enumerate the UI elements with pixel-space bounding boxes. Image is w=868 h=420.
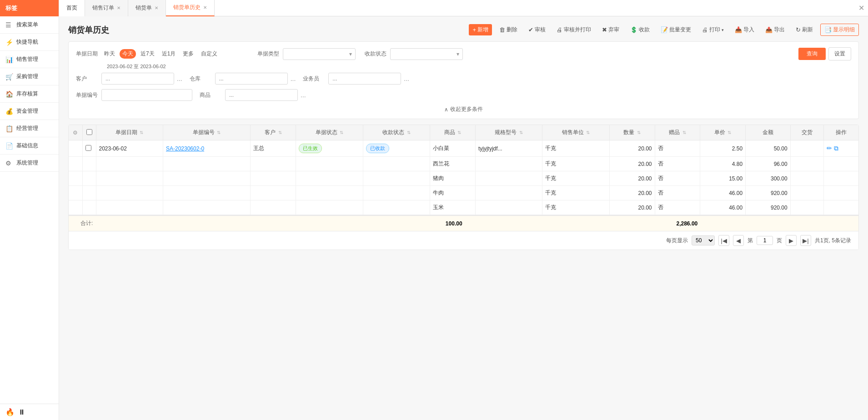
tab-sales-history[interactable]: 销货单历史 ✕ (166, 0, 215, 16)
row-spec (475, 171, 542, 186)
date-tab-1month[interactable]: 近1月 (159, 49, 179, 59)
doc-no-link[interactable]: SA-20230602-0 (166, 145, 204, 152)
row-checkbox-cell (82, 171, 96, 186)
date-tab-custom[interactable]: 自定义 (198, 49, 220, 59)
column-trade: 交货 (790, 125, 823, 140)
page-input[interactable] (757, 236, 773, 245)
print-button[interactable]: 🖨 打印 ▾ (698, 24, 728, 35)
row-docno[interactable]: SA-20230602-0 (163, 140, 251, 157)
filter-docno-field: 单据编号 (76, 89, 192, 101)
import-button[interactable]: 📥 导入 (731, 24, 758, 35)
table-row[interactable]: 牛肉 千克 20.00 否 46.00 920.00 (69, 186, 858, 200)
new-button[interactable]: + 新增 (469, 24, 492, 35)
collapse-icon: ∧ (444, 106, 448, 113)
row-checkbox[interactable] (85, 145, 91, 151)
column-goods[interactable]: 商品 ⇅ (430, 125, 476, 140)
date-tab-more[interactable]: 更多 (180, 49, 196, 59)
customer-input[interactable] (101, 73, 174, 85)
column-date[interactable]: 单据日期 ⇅ (96, 125, 163, 140)
column-qty[interactable]: 数量 ⇅ (609, 125, 655, 140)
tab-sales-order[interactable]: 销售订单 ✕ (85, 0, 128, 16)
last-page-button[interactable]: ▶| (800, 235, 811, 246)
table-row[interactable]: 西兰花 千克 20.00 否 4.80 96.00 (69, 157, 858, 171)
doc-type-select[interactable] (283, 48, 356, 60)
abandon-button[interactable]: ✖ 弃审 (598, 24, 623, 35)
warehouse-input[interactable] (215, 73, 288, 85)
row-docno[interactable] (163, 186, 251, 200)
tab-sales-history-close[interactable]: ✕ (203, 5, 207, 10)
tab-home[interactable]: 首页 (59, 0, 85, 16)
settings-button[interactable]: 设置 (828, 47, 851, 60)
sidebar-item-inventory[interactable]: 🏠 库存核算 (0, 85, 59, 103)
sidebar-item-sales-mgmt[interactable]: 📊 销售管理 (0, 51, 59, 68)
close-all-tabs-button[interactable]: ✕ (858, 4, 864, 12)
tab-sales-invoice[interactable]: 销货单 ✕ (128, 0, 166, 16)
column-customer[interactable]: 客户 ⇅ (251, 125, 296, 140)
table-row[interactable]: 猪肉 千克 20.00 否 15.00 300.00 (69, 171, 858, 186)
sidebar-item-operations-mgmt[interactable]: 📋 经营管理 (0, 120, 59, 137)
column-pay-status[interactable]: 收款状态 ⇅ (363, 125, 430, 140)
row-docno[interactable] (163, 171, 251, 186)
table-row[interactable]: 2023-06-02 SA-20230602-0 王总 已生效 已收款 小白菜 … (69, 140, 858, 157)
delete-button[interactable]: 🗑 删除 (496, 24, 521, 35)
sidebar-item-search-menu[interactable]: ☰ 搜索菜单 (0, 16, 59, 34)
row-date (96, 200, 163, 215)
column-amount[interactable]: 金额 (746, 125, 791, 140)
date-tab-7days[interactable]: 近7天 (138, 49, 157, 59)
prev-page-button[interactable]: ◀ (733, 235, 744, 246)
column-docno[interactable]: 单据编号 ⇅ (163, 125, 251, 140)
sidebar-item-quick-nav[interactable]: ⚡ 快捷导航 (0, 34, 59, 51)
row-docno[interactable] (163, 157, 251, 171)
salesperson-ellipsis[interactable]: ... (404, 75, 409, 82)
select-all-checkbox[interactable] (86, 129, 92, 135)
sidebar-item-purchase-mgmt[interactable]: 🛒 采购管理 (0, 68, 59, 85)
print-label: 打印 (709, 26, 720, 34)
warehouse-ellipsis[interactable]: ... (291, 75, 296, 82)
row-gift: 否 (655, 186, 700, 200)
first-page-button[interactable]: |◀ (718, 235, 729, 246)
tab-sales-order-close[interactable]: ✕ (117, 5, 120, 10)
next-page-button[interactable]: ▶ (786, 235, 797, 246)
tab-sales-order-label: 销售订单 (92, 4, 114, 12)
row-gear (69, 186, 82, 200)
row-date (96, 171, 163, 186)
per-page-select[interactable]: 50 20 100 (692, 235, 715, 245)
sidebar-bottom-icon2[interactable]: ⏸ (18, 408, 25, 416)
sidebar-item-label: 系统管理 (16, 159, 38, 167)
column-gift[interactable]: 赠品 ⇅ (655, 125, 700, 140)
tab-sales-invoice-close[interactable]: ✕ (155, 5, 158, 10)
batch-change-button[interactable]: 📝 批量变更 (657, 24, 695, 35)
pay-status-select[interactable] (390, 48, 463, 60)
column-unit[interactable]: 销售单位 ⇅ (542, 125, 609, 140)
copy-icon[interactable]: ⧉ (834, 145, 838, 152)
column-spec[interactable]: 规格型号 ⇅ (475, 125, 542, 140)
sidebar-item-finance-mgmt[interactable]: 💰 资金管理 (0, 103, 59, 120)
column-gear[interactable]: ⚙ (69, 125, 82, 140)
table-row[interactable]: 玉米 千克 20.00 否 46.00 920.00 (69, 200, 858, 215)
export-button[interactable]: 📤 导出 (762, 24, 788, 35)
customer-ellipsis[interactable]: ... (177, 75, 182, 82)
column-doc-status[interactable]: 单据状态 ⇅ (296, 125, 363, 140)
goods-ellipsis[interactable]: ... (301, 91, 306, 99)
page-label2: 页 (777, 237, 782, 245)
collapse-filter-button[interactable]: ∧ 收起更多条件 (76, 105, 851, 113)
sidebar-item-label: 销售管理 (16, 55, 38, 63)
goods-input[interactable] (225, 89, 298, 101)
row-docno[interactable] (163, 200, 251, 215)
sidebar-item-basic-info[interactable]: 📄 基础信息 (0, 137, 59, 155)
refresh-button[interactable]: ↻ 刷新 (792, 24, 817, 35)
sidebar-item-system-mgmt[interactable]: ⚙ 系统管理 (0, 155, 59, 172)
salesperson-input[interactable] (328, 73, 401, 85)
date-tab-yesterday[interactable]: 昨天 (101, 49, 118, 59)
query-button[interactable]: 查询 (798, 48, 826, 60)
audit-button[interactable]: ✔ 审核 (525, 24, 549, 35)
docno-input[interactable] (101, 89, 192, 101)
sidebar-bottom-icon1[interactable]: 🔥 (5, 408, 15, 416)
column-unit-price[interactable]: 单价 ⇅ (700, 125, 746, 140)
collect-button[interactable]: 💲 收款 (627, 24, 653, 35)
show-detail-button[interactable]: 📑 显示明细 (820, 24, 859, 36)
audit-print-button[interactable]: 🖨 审核并打印 (553, 24, 595, 35)
edit-icon[interactable]: ✏ (827, 145, 832, 152)
date-tab-today[interactable]: 今天 (120, 49, 136, 59)
audit-print-label: 审核并打印 (564, 26, 591, 34)
